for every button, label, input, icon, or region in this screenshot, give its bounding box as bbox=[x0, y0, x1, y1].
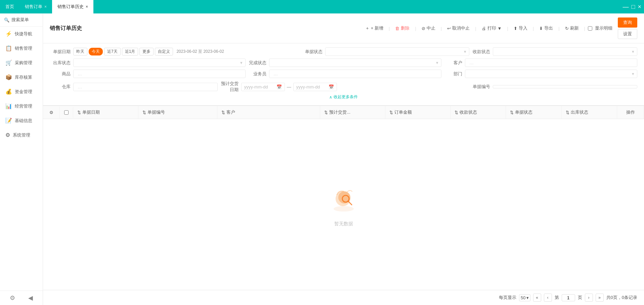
first-page-button[interactable]: « bbox=[533, 294, 541, 302]
refresh-button[interactable]: ↻ 刷新 bbox=[562, 24, 582, 33]
date-btn-1month[interactable]: 近1月 bbox=[122, 48, 138, 55]
th-status[interactable]: ⇅ 单据状态 bbox=[506, 106, 562, 119]
product-input[interactable]: … bbox=[73, 70, 246, 78]
display-detail-checkbox[interactable] bbox=[588, 26, 592, 31]
date-btn-more[interactable]: 更多 bbox=[139, 48, 154, 55]
calendar-to-icon[interactable]: 📅 bbox=[329, 84, 334, 89]
customer-input[interactable]: … bbox=[465, 59, 637, 67]
th-checkbox[interactable] bbox=[60, 107, 73, 118]
th-amount[interactable]: ⇅ 订单金额 bbox=[385, 106, 450, 119]
collapse-row[interactable]: ∧ 收起更多条件 bbox=[50, 93, 637, 101]
divider-1: | bbox=[389, 26, 390, 31]
sidebar-collapse-icon[interactable]: ◀ bbox=[28, 294, 33, 302]
prev-page-button[interactable]: ‹ bbox=[544, 294, 552, 302]
select-all-checkbox[interactable] bbox=[64, 110, 69, 115]
sidebar-item-sales-mgmt[interactable]: 📋 销售管理 bbox=[0, 41, 43, 55]
current-page-input[interactable] bbox=[562, 294, 575, 301]
th-payment-label: 收款状态 bbox=[460, 109, 477, 115]
sidebar-item-purchase-mgmt[interactable]: 🛒 采购管理 bbox=[0, 55, 43, 70]
date-btn-yesterday[interactable]: 昨天 bbox=[73, 48, 87, 55]
filter-salesperson-col: 业务员 … bbox=[246, 70, 441, 78]
cancel-stop-button[interactable]: ↩ 取消中止 bbox=[444, 24, 472, 33]
tab-sales-history-close[interactable]: × bbox=[86, 4, 88, 9]
filter-row-4: 仓库 … 预计交货日期 yyyy-mm-dd 📅 — bbox=[50, 81, 637, 93]
sidebar-item-base-info[interactable]: 📝 基础信息 bbox=[0, 113, 43, 128]
sidebar-label-finance-mgmt: 资金管理 bbox=[15, 89, 32, 95]
sidebar-label-purchase-mgmt: 采购管理 bbox=[15, 60, 32, 66]
tab-sales-history-label: 销售订单历史 bbox=[57, 4, 84, 10]
salesperson-label: 业务员 bbox=[246, 71, 269, 77]
tab-sales-history[interactable]: 销售订单历史 × bbox=[52, 0, 93, 13]
th-num[interactable]: ⇅ 单据编号 bbox=[138, 106, 218, 119]
customer-dots-icon[interactable]: … bbox=[469, 60, 474, 65]
sidebar-item-sys-mgmt[interactable]: ⚙ 系统管理 bbox=[0, 128, 43, 142]
page-size-select[interactable]: 50 ▾ bbox=[519, 294, 530, 301]
divider-5: | bbox=[507, 26, 508, 31]
new-label: + 新增 bbox=[371, 25, 383, 31]
sidebar-settings-icon[interactable]: ⚙ bbox=[10, 294, 15, 302]
tab-sales-order[interactable]: 销售订单 × bbox=[19, 0, 52, 13]
print-button[interactable]: 🖨 打印 ▼ bbox=[479, 24, 505, 33]
stock-out-select[interactable]: ▾ bbox=[73, 59, 246, 67]
date-btn-today[interactable]: 今天 bbox=[89, 48, 103, 55]
expected-date-to-input[interactable]: yyyy-mm-dd 📅 bbox=[293, 83, 337, 91]
stop-button[interactable]: ⊘ 中止 bbox=[419, 24, 438, 33]
warehouse-input[interactable]: … bbox=[73, 83, 218, 91]
complete-status-select[interactable]: ▾ bbox=[269, 59, 441, 67]
sidebar-item-quick-nav[interactable]: ⚡ 快捷导航 bbox=[0, 27, 43, 41]
sidebar-item-stock-mgmt[interactable]: 📦 库存核算 bbox=[0, 70, 43, 84]
filter-customer-col: 客户 … bbox=[441, 59, 637, 67]
sidebar-item-ops-mgmt[interactable]: 📊 经营管理 bbox=[0, 99, 43, 113]
th-stock[interactable]: ⇅ 出库状态 bbox=[562, 106, 617, 119]
next-page-button[interactable]: › bbox=[585, 294, 593, 302]
stock-mgmt-icon: 📦 bbox=[5, 74, 12, 80]
display-detail-toggle[interactable]: 显示明细 bbox=[588, 25, 612, 31]
delete-button[interactable]: 🗑 删除 bbox=[392, 24, 412, 33]
th-payment[interactable]: ⇅ 收款状态 bbox=[450, 106, 506, 119]
new-icon: ＋ bbox=[365, 25, 370, 31]
print-label: 打印 bbox=[487, 25, 496, 31]
th-settings[interactable]: ⚙ bbox=[43, 107, 60, 118]
sidebar-item-finance-mgmt[interactable]: 💰 资金管理 bbox=[0, 84, 43, 99]
import-button[interactable]: ⬆ 导入 bbox=[511, 24, 530, 33]
product-dots-icon[interactable]: … bbox=[78, 71, 82, 76]
tab-sales-order-label: 销售订单 bbox=[25, 4, 42, 10]
th-delivery[interactable]: ⇅ 预计交货... bbox=[320, 106, 385, 119]
import-icon: ⬆ bbox=[514, 26, 517, 31]
bill-status-select[interactable]: ▾ bbox=[325, 47, 470, 56]
sidebar-search[interactable]: 🔍 搜索菜单 bbox=[0, 13, 43, 27]
toolbar: ＋ + 新增 | 🗑 删除 | ⊘ 中止 | ↩ 取消中止 | bbox=[362, 17, 637, 39]
print-arrow-icon: ▼ bbox=[498, 26, 502, 31]
tab-home[interactable]: 首页 bbox=[0, 0, 19, 13]
filter-row-1: 单据日期 昨天 今天 近7天 近1月 更多 自定义 2023-06-02 至 2… bbox=[50, 47, 637, 56]
date-btn-7days[interactable]: 近7天 bbox=[104, 48, 121, 55]
payment-status-select[interactable]: ▾ bbox=[493, 47, 637, 56]
th-date[interactable]: ⇅ 单据日期 bbox=[73, 106, 138, 119]
sidebar: 🔍 搜索菜单 ⚡ 快捷导航 📋 销售管理 🛒 采购管理 📦 库存核算 💰 资金管… bbox=[0, 13, 43, 305]
calendar-from-icon[interactable]: 📅 bbox=[276, 84, 282, 89]
date-btn-custom[interactable]: 自定义 bbox=[155, 48, 173, 55]
salesperson-dots-icon[interactable]: … bbox=[273, 71, 278, 76]
tab-sales-order-close[interactable]: × bbox=[44, 4, 47, 9]
page-size-label: 每页显示 bbox=[499, 295, 516, 301]
cancel-stop-icon: ↩ bbox=[447, 26, 451, 31]
divider-2: | bbox=[415, 26, 416, 31]
filter-complete-status-col: 完成状态 ▾ bbox=[246, 59, 441, 67]
th-customer[interactable]: ⇅ 客户 bbox=[217, 106, 320, 119]
warehouse-dots-icon[interactable]: … bbox=[78, 84, 82, 89]
query-button[interactable]: 查询 bbox=[618, 17, 637, 28]
setting-button[interactable]: 设置 bbox=[618, 29, 637, 39]
last-page-button[interactable]: » bbox=[596, 294, 604, 302]
minimize-icon[interactable]: — bbox=[623, 3, 629, 10]
bill-no-input[interactable] bbox=[493, 85, 637, 88]
sidebar-label-sys-mgmt: 系统管理 bbox=[13, 132, 30, 138]
salesperson-input[interactable]: … bbox=[269, 70, 441, 78]
new-button[interactable]: ＋ + 新增 bbox=[362, 24, 386, 33]
expected-date-from-input[interactable]: yyyy-mm-dd 📅 bbox=[241, 83, 285, 91]
export-button[interactable]: ⬇ 导出 bbox=[536, 24, 556, 33]
maximize-icon[interactable]: □ bbox=[632, 3, 635, 10]
filter-payment-status-col: 收款状态 ▾ bbox=[469, 47, 637, 56]
dept-select[interactable]: ▾ bbox=[465, 70, 637, 78]
export-icon: ⬇ bbox=[539, 26, 543, 31]
close-icon[interactable]: × bbox=[638, 3, 641, 10]
